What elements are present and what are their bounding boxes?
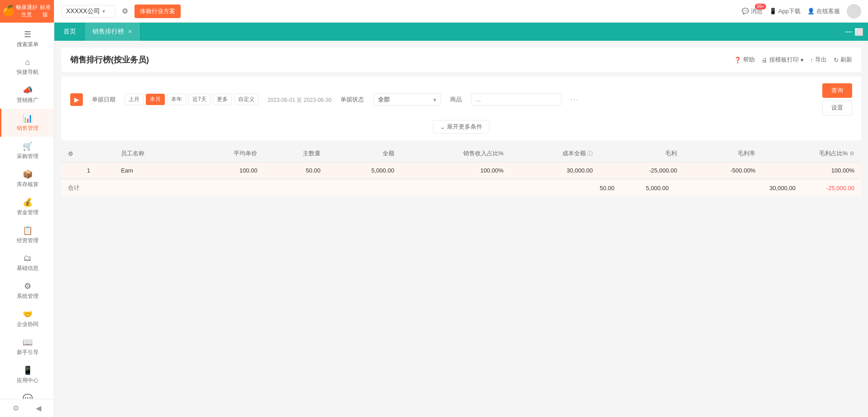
sidebar-item-sales[interactable]: 📊销售管理	[0, 109, 54, 137]
sidebar-item-marketing[interactable]: 📣营销推广	[0, 81, 54, 109]
export-icon: ↑	[810, 57, 814, 63]
filter-actions: 查询 设置	[822, 83, 852, 115]
date-prev-month-btn[interactable]: 上月	[125, 94, 144, 105]
company-selector[interactable]: XXXXX公司 ▾	[61, 5, 115, 18]
td-cost: 30,000.00	[510, 163, 599, 179]
search-order-icon: ☰	[24, 29, 31, 39]
date-last-7-days-btn[interactable]: 近7天	[188, 94, 211, 105]
tab-home[interactable]: 首页	[54, 23, 86, 41]
date-this-month-btn[interactable]: 本月	[146, 94, 165, 105]
sidebar-nav: ☰搜索菜单⌂快捷导航📣营销推广📊销售管理🛒采购管理📦库存核算💰资金管理📋经营管理…	[0, 23, 54, 399]
table-header: ⚙ 员工名称 平均单价 主数量 全额 销售收入占比% 成本全额 ⓘ 毛利 毛利率…	[61, 145, 861, 163]
td-gross-rate: -500.00%	[684, 163, 762, 179]
tab-sales-ranking[interactable]: 销售排行榜 ✕	[86, 23, 139, 41]
online-service-btn[interactable]: 👤 在线客服	[807, 7, 840, 15]
system-icon: ⚙	[24, 281, 31, 291]
date-more-btn[interactable]: 更多	[213, 94, 232, 105]
header-settings-icon[interactable]: ⚙	[120, 5, 130, 17]
status-filter-label: 单据状态	[340, 96, 364, 104]
filter-settings-button[interactable]: 设置	[822, 100, 852, 115]
main-content: 销售排行榜(按业务员) ❓ 帮助 🖨 按模板打印 ▾ ↑ 导出 ↻ 刷新	[54, 41, 868, 417]
sidebar-item-quick-nav[interactable]: ⌂快捷导航	[0, 53, 54, 81]
app-download-btn[interactable]: 📱 App下载	[769, 7, 801, 15]
date-options: 上月 本月 本年 近7天 更多 自定义	[125, 94, 259, 105]
table-container: ⚙ 员工名称 平均单价 主数量 全额 销售收入占比% 成本全额 ⓘ 毛利 毛利率…	[61, 145, 861, 197]
status-select[interactable]: 全部 已审核 未审核	[373, 93, 441, 105]
sidebar-item-app-center[interactable]: 📱应用中心	[0, 361, 54, 389]
tab-maximize-icon[interactable]: ⬜	[854, 28, 863, 36]
date-filter-label: 单据日期	[92, 96, 115, 104]
purchase-label: 采购管理	[17, 153, 38, 160]
footer-qty: 50.00	[578, 185, 614, 192]
new-guide-icon: 📖	[23, 337, 33, 347]
print-icon: 🖨	[762, 57, 767, 63]
app-center-label: 应用中心	[17, 377, 38, 384]
th-sales-pct: 销售收入占比%	[401, 145, 510, 163]
finance-icon: 💰	[23, 197, 33, 207]
th-gross-pct: 毛利占比% ⚙	[762, 145, 861, 163]
sidebar-item-operations[interactable]: 📋经营管理	[0, 221, 54, 249]
expand-more-conditions-btn[interactable]: ⌄ 展开更多条件	[433, 120, 489, 134]
sidebar-item-system[interactable]: ⚙系统管理	[0, 277, 54, 305]
company-arrow: ▾	[102, 8, 105, 14]
table-row: 1 Eam 100.00 50.00 5,000.00 100.00% 30,0…	[61, 163, 861, 179]
company-name: XXXXX公司	[66, 7, 100, 15]
help-btn[interactable]: ❓ 帮助	[734, 56, 755, 64]
td-amount: 5,000.00	[327, 163, 401, 179]
operations-label: 经营管理	[17, 237, 38, 244]
finance-label: 资金管理	[17, 209, 38, 216]
message-btn[interactable]: 💬 消息 99+	[742, 7, 762, 15]
tab-sales-ranking-label: 销售排行榜	[92, 28, 124, 36]
gross-pct-info-icon[interactable]: ⚙	[849, 150, 854, 157]
sidebar-item-search-order[interactable]: ☰搜索菜单	[0, 25, 54, 53]
sidebar-item-enterprise-wechat[interactable]: 💬企业微信	[0, 389, 54, 399]
cost-info-icon[interactable]: ⓘ	[587, 150, 593, 157]
sidebar-item-new-guide[interactable]: 📖新手引导	[0, 333, 54, 361]
template-print-btn[interactable]: 🖨 按模板打印 ▾	[762, 56, 804, 64]
table-footer: 合计 50.00 5,000.00 30,000.00 -25,000.00	[61, 179, 861, 197]
goods-filter-label: 商品	[450, 96, 462, 104]
tab-right-buttons: — ⬜	[840, 23, 868, 41]
refresh-btn[interactable]: ↻ 刷新	[834, 56, 852, 64]
sidebar-collapse-btn[interactable]: ◀	[36, 404, 41, 412]
sidebar-item-base-info[interactable]: 🗂基础信息	[0, 249, 54, 277]
th-avg-price: 平均单价	[189, 145, 264, 163]
date-this-year-btn[interactable]: 本年	[167, 94, 186, 105]
more-options-dots[interactable]: ···	[571, 96, 579, 104]
logo-icon: 🍊	[2, 5, 14, 18]
td-sales-pct: 100.00%	[401, 163, 510, 179]
sidebar-item-enterprise-collab[interactable]: 🤝企业协同	[0, 305, 54, 333]
data-table: ⚙ 员工名称 平均单价 主数量 全额 销售收入占比% 成本全额 ⓘ 毛利 毛利率…	[61, 145, 861, 179]
app-download-label: App下载	[778, 7, 801, 15]
filter-expand-arrow[interactable]: ▶	[70, 93, 83, 106]
date-custom-btn[interactable]: 自定义	[234, 94, 259, 105]
inventory-icon: 📦	[23, 169, 33, 179]
user-avatar[interactable]	[847, 4, 861, 19]
quick-nav-icon: ⌂	[25, 58, 30, 67]
sidebar-item-inventory[interactable]: 📦库存核算	[0, 165, 54, 193]
top-header: XXXXX公司 ▾ ⚙ 体验行业方案 💬 消息 99+ 📱 App下载 👤 在线…	[54, 0, 868, 23]
system-label: 系统管理	[17, 292, 38, 300]
date-range-text: 2023-06-01 至 2023-06-30	[268, 96, 331, 104]
query-button[interactable]: 查询	[822, 83, 852, 98]
tab-home-label: 首页	[63, 28, 76, 36]
logo-text-line1: 畅康通好生意	[14, 4, 39, 18]
table-body: 1 Eam 100.00 50.00 5,000.00 100.00% 30,0…	[61, 163, 861, 179]
goods-input[interactable]	[471, 93, 561, 105]
marketing-label: 营销推广	[17, 96, 38, 104]
th-settings: ⚙	[61, 145, 80, 163]
export-btn[interactable]: ↑ 导出	[810, 56, 827, 64]
enterprise-collab-label: 企业协同	[17, 321, 38, 328]
sidebar-settings-btn[interactable]: ⚙	[13, 404, 19, 412]
td-qty: 50.00	[264, 163, 327, 179]
filter-more-row: ⌄ 展开更多条件	[70, 120, 852, 134]
tab-close-icon[interactable]: ✕	[128, 29, 132, 35]
tab-minimize-icon[interactable]: —	[845, 28, 852, 36]
online-service-icon: 👤	[807, 8, 815, 14]
sidebar-item-finance[interactable]: 💰资金管理	[0, 193, 54, 221]
footer-cost: 30,000.00	[746, 185, 796, 192]
sidebar-item-purchase[interactable]: 🛒采购管理	[0, 137, 54, 165]
operations-icon: 📋	[23, 225, 33, 235]
sidebar: 🍊 畅康通好生意 标准版 ☰搜索菜单⌂快捷导航📣营销推广📊销售管理🛒采购管理📦库…	[0, 0, 54, 417]
trial-button[interactable]: 体验行业方案	[134, 5, 181, 18]
